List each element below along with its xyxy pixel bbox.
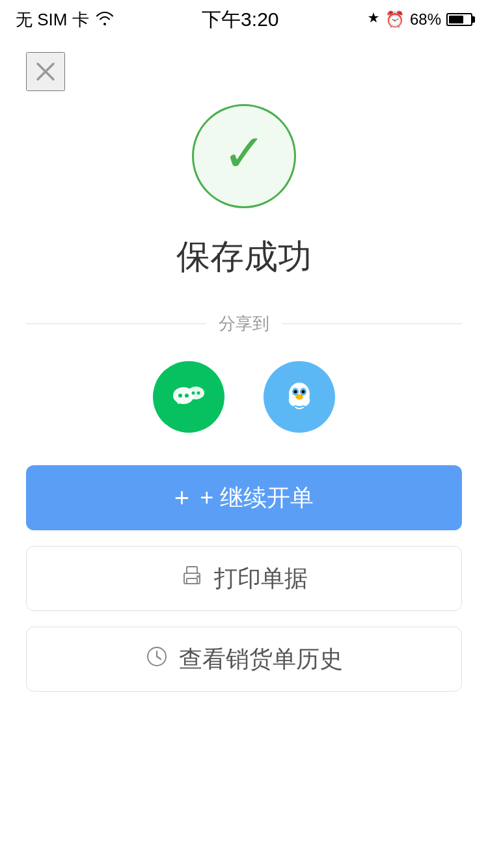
svg-point-3 (187, 387, 204, 400)
alarm-icon: ⏰ (385, 10, 405, 29)
sim-text: 无 SIM 卡 (16, 8, 89, 31)
history-button[interactable]: 查看销货单历史 (26, 627, 462, 692)
battery-percent: 68% (410, 10, 441, 29)
share-icons (26, 361, 462, 433)
main-content: ✓ 保存成功 分享到 (0, 39, 488, 868)
continue-label: + 继续开单 (200, 482, 314, 514)
plus-icon: + (174, 483, 189, 513)
svg-point-13 (294, 390, 297, 394)
svg-point-14 (302, 390, 305, 394)
wechat-share-button[interactable] (153, 361, 224, 433)
location-icon (367, 10, 380, 29)
status-time: 下午3:20 (202, 7, 278, 33)
svg-point-6 (192, 392, 195, 395)
print-label: 打印单据 (214, 563, 308, 595)
status-left: 无 SIM 卡 (16, 8, 114, 31)
wifi-icon (96, 10, 114, 30)
svg-rect-17 (187, 567, 197, 573)
status-bar: 无 SIM 卡 下午3:20 ⏰ 68% (0, 0, 488, 39)
print-button[interactable]: 打印单据 (26, 546, 462, 611)
share-divider: 分享到 (26, 312, 462, 335)
status-right: ⏰ 68% (367, 10, 472, 29)
success-title: 保存成功 (176, 234, 312, 280)
share-section: 分享到 (26, 312, 462, 433)
svg-point-5 (185, 394, 189, 398)
battery-icon (446, 13, 472, 26)
action-buttons: + + 继续开单 打印单据 查看销货单历史 (26, 465, 462, 692)
continue-button[interactable]: + + 继续开单 (26, 465, 462, 530)
svg-line-22 (157, 657, 161, 659)
svg-point-7 (197, 392, 200, 395)
history-label: 查看销货单历史 (179, 644, 343, 675)
checkmark-icon: ✓ (223, 128, 266, 180)
success-icon: ✓ (192, 104, 296, 208)
svg-rect-18 (187, 578, 197, 584)
qq-share-button[interactable] (264, 361, 335, 433)
svg-point-15 (295, 394, 303, 400)
svg-point-19 (197, 575, 199, 578)
printer-icon (180, 564, 204, 593)
close-button[interactable] (26, 52, 65, 91)
share-label: 分享到 (219, 312, 269, 335)
clock-icon (145, 645, 169, 674)
svg-point-4 (178, 394, 182, 398)
